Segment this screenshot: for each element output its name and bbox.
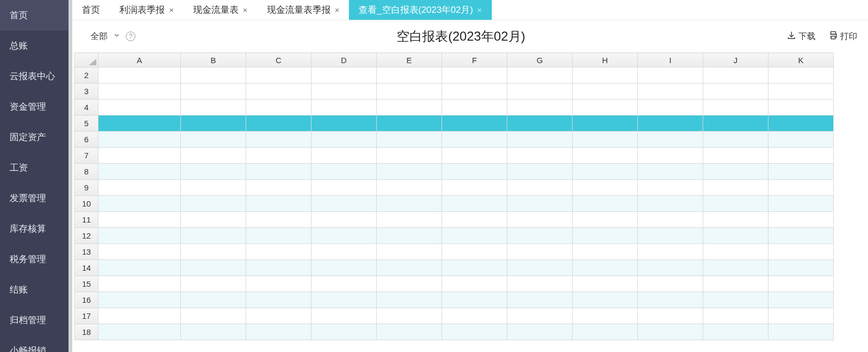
- cell[interactable]: [98, 196, 181, 212]
- row-header[interactable]: 9: [75, 180, 98, 196]
- cell[interactable]: [98, 164, 181, 180]
- close-icon[interactable]: ×: [169, 5, 174, 14]
- cell[interactable]: [442, 308, 507, 324]
- cell[interactable]: [703, 292, 768, 308]
- sidebar-item[interactable]: 首页: [0, 0, 68, 30]
- cell[interactable]: [98, 67, 181, 83]
- cell[interactable]: [246, 164, 311, 180]
- cell[interactable]: [377, 67, 442, 83]
- cell[interactable]: [703, 148, 768, 164]
- cell[interactable]: [98, 324, 181, 340]
- cell[interactable]: [181, 83, 246, 100]
- sidebar-item[interactable]: 工资: [0, 152, 68, 183]
- download-button[interactable]: 下载: [787, 30, 816, 42]
- cell[interactable]: [703, 180, 768, 196]
- cell[interactable]: [377, 100, 442, 116]
- cell[interactable]: [311, 276, 377, 292]
- cell[interactable]: [573, 308, 638, 324]
- cell[interactable]: [573, 276, 638, 292]
- sidebar-item[interactable]: 小畅报销: [0, 335, 68, 352]
- cell[interactable]: [507, 100, 573, 116]
- cell[interactable]: [181, 148, 246, 164]
- cell[interactable]: [768, 292, 834, 308]
- cell[interactable]: [442, 276, 507, 292]
- tab[interactable]: 首页: [72, 0, 110, 20]
- cell[interactable]: [246, 196, 311, 212]
- cell[interactable]: [768, 276, 834, 292]
- cell[interactable]: [573, 180, 638, 196]
- cell[interactable]: [246, 100, 311, 116]
- cell[interactable]: [703, 276, 768, 292]
- cell[interactable]: [768, 228, 834, 244]
- column-header[interactable]: H: [573, 53, 638, 67]
- cell[interactable]: [98, 83, 181, 100]
- cell[interactable]: [98, 148, 181, 164]
- cell[interactable]: [181, 212, 246, 228]
- row-header[interactable]: 14: [75, 260, 98, 276]
- cell[interactable]: [507, 292, 573, 308]
- cell[interactable]: [507, 228, 573, 244]
- cell[interactable]: [507, 244, 573, 260]
- cell[interactable]: [311, 180, 377, 196]
- cell[interactable]: [638, 83, 703, 100]
- cell[interactable]: [311, 132, 377, 148]
- cell[interactable]: [638, 180, 703, 196]
- cell[interactable]: [181, 324, 246, 340]
- cell[interactable]: [703, 212, 768, 228]
- cell[interactable]: [573, 212, 638, 228]
- cell[interactable]: [181, 164, 246, 180]
- cell[interactable]: [768, 83, 834, 100]
- cell[interactable]: [507, 83, 573, 100]
- cell[interactable]: [768, 67, 834, 83]
- column-header[interactable]: F: [442, 53, 507, 67]
- cell[interactable]: [638, 276, 703, 292]
- cell[interactable]: [246, 260, 311, 276]
- cell[interactable]: [181, 228, 246, 244]
- cell[interactable]: [573, 148, 638, 164]
- cell[interactable]: [311, 83, 377, 100]
- cell[interactable]: [377, 276, 442, 292]
- row-header[interactable]: 11: [75, 212, 98, 228]
- cell[interactable]: [638, 308, 703, 324]
- row-header[interactable]: 2: [75, 67, 98, 83]
- row-header[interactable]: 8: [75, 164, 98, 180]
- cell[interactable]: [377, 83, 442, 100]
- cell[interactable]: [768, 260, 834, 276]
- cell[interactable]: [703, 132, 768, 148]
- print-button[interactable]: 打印: [828, 30, 857, 42]
- cell[interactable]: [181, 180, 246, 196]
- cell[interactable]: [638, 212, 703, 228]
- cell[interactable]: [442, 180, 507, 196]
- column-header[interactable]: G: [507, 53, 573, 67]
- sidebar-item[interactable]: 归档管理: [0, 305, 68, 335]
- cell[interactable]: [768, 116, 834, 132]
- row-header[interactable]: 4: [75, 100, 98, 116]
- cell[interactable]: [98, 308, 181, 324]
- cell[interactable]: [98, 132, 181, 148]
- cell[interactable]: [377, 148, 442, 164]
- cell[interactable]: [638, 260, 703, 276]
- cell[interactable]: [768, 244, 834, 260]
- cell[interactable]: [98, 276, 181, 292]
- cell[interactable]: [246, 83, 311, 100]
- sidebar-item[interactable]: 库存核算: [0, 213, 68, 244]
- cell[interactable]: [246, 148, 311, 164]
- cell[interactable]: [98, 180, 181, 196]
- sidebar-item[interactable]: 发票管理: [0, 183, 68, 213]
- column-header[interactable]: B: [181, 53, 246, 67]
- cell[interactable]: [377, 164, 442, 180]
- cell[interactable]: [638, 228, 703, 244]
- column-header[interactable]: C: [246, 53, 311, 67]
- cell[interactable]: [98, 212, 181, 228]
- tab[interactable]: 利润表季报×: [110, 0, 184, 20]
- cell[interactable]: [703, 228, 768, 244]
- cell[interactable]: [311, 148, 377, 164]
- cell[interactable]: [442, 324, 507, 340]
- cell[interactable]: [246, 292, 311, 308]
- cell[interactable]: [703, 308, 768, 324]
- cell[interactable]: [768, 100, 834, 116]
- column-header[interactable]: A: [98, 53, 181, 67]
- close-icon[interactable]: ×: [243, 5, 248, 14]
- cell[interactable]: [638, 148, 703, 164]
- spreadsheet[interactable]: ABCDEFGHIJK23456789101112131415161718: [72, 52, 868, 352]
